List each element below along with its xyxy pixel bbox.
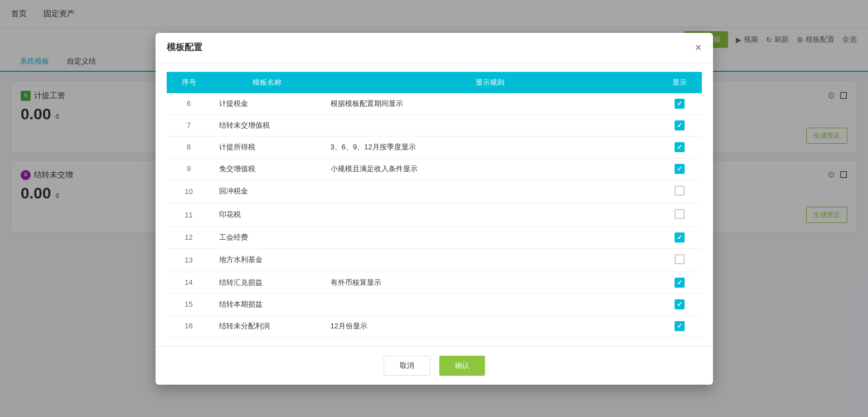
cell-rule — [323, 114, 657, 136]
cell-rule: 3、6、9、12月按季度显示 — [323, 136, 657, 158]
checkbox-item-8[interactable] — [675, 142, 685, 152]
table-row: 13地方水利基金 — [167, 248, 702, 271]
cell-checkbox[interactable] — [657, 315, 702, 337]
cell-checkbox[interactable] — [657, 114, 702, 136]
col-header-no: 序号 — [167, 72, 211, 93]
checkbox-item-7[interactable] — [675, 120, 685, 130]
checkbox-item-13[interactable] — [675, 254, 685, 264]
cell-rule: 有外币核算显示 — [323, 271, 657, 293]
cell-checkbox[interactable] — [657, 203, 702, 226]
cell-no: 11 — [167, 203, 211, 226]
config-table: 序号 模板名称 显示规则 显示 6计提税金根据模板配置期间显示7结转未交增值税8… — [167, 72, 702, 337]
col-header-name: 模板名称 — [211, 72, 323, 93]
cell-rule: 根据模板配置期间显示 — [323, 93, 657, 115]
cell-no: 15 — [167, 293, 211, 315]
cell-no: 13 — [167, 248, 211, 271]
cell-rule — [323, 180, 657, 203]
table-row: 15结转本期损益 — [167, 293, 702, 315]
cell-name: 结转未分配利润 — [211, 315, 323, 337]
cell-rule — [323, 226, 657, 248]
cell-checkbox[interactable] — [657, 158, 702, 180]
cell-name: 回冲税金 — [211, 180, 323, 203]
cell-no: 6 — [167, 93, 211, 115]
cell-name: 结转汇兑损益 — [211, 271, 323, 293]
modal-close-button[interactable]: × — [695, 42, 702, 53]
cell-no: 12 — [167, 226, 211, 248]
cell-name: 结转本期损益 — [211, 293, 323, 315]
checkbox-item-15[interactable] — [675, 299, 685, 309]
cell-checkbox[interactable] — [657, 136, 702, 158]
modal-footer: 取消 确认 — [156, 346, 713, 385]
checkbox-item-6[interactable] — [675, 99, 685, 109]
modal-template-config: 模板配置 × 序号 模板名称 显示规则 显示 6计提税金根据模板配置期间显示7结… — [156, 33, 713, 385]
cell-no: 7 — [167, 114, 211, 136]
cell-name: 计提所得税 — [211, 136, 323, 158]
modal-body: 序号 模板名称 显示规则 显示 6计提税金根据模板配置期间显示7结转未交增值税8… — [156, 63, 713, 346]
cell-rule — [323, 293, 657, 315]
cell-rule: 小规模且满足收入条件显示 — [323, 158, 657, 180]
checkbox-item-12[interactable] — [675, 232, 685, 243]
cell-checkbox[interactable] — [657, 248, 702, 271]
table-row: 10回冲税金 — [167, 180, 702, 203]
cell-no: 8 — [167, 136, 211, 158]
cell-checkbox[interactable] — [657, 271, 702, 293]
cell-name: 工会经费 — [211, 226, 323, 248]
cell-no: 16 — [167, 315, 211, 337]
cell-checkbox[interactable] — [657, 293, 702, 315]
cell-name: 计提税金 — [211, 93, 323, 115]
checkbox-item-11[interactable] — [675, 209, 685, 219]
cell-rule — [323, 248, 657, 271]
cell-checkbox[interactable] — [657, 93, 702, 115]
cell-checkbox[interactable] — [657, 180, 702, 203]
cell-no: 9 — [167, 158, 211, 180]
modal-title: 模板配置 — [167, 42, 202, 54]
confirm-button[interactable]: 确认 — [439, 356, 485, 376]
cancel-button[interactable]: 取消 — [384, 356, 430, 376]
table-body: 6计提税金根据模板配置期间显示7结转未交增值税8计提所得税3、6、9、12月按季… — [167, 93, 702, 337]
table-header: 序号 模板名称 显示规则 显示 — [167, 72, 702, 93]
cell-checkbox[interactable] — [657, 226, 702, 248]
table-row: 14结转汇兑损益有外币核算显示 — [167, 271, 702, 293]
table-row: 16结转未分配利润12月份显示 — [167, 315, 702, 337]
modal-header: 模板配置 × — [156, 33, 713, 63]
cell-name: 免交增值税 — [211, 158, 323, 180]
col-header-show: 显示 — [657, 72, 702, 93]
col-header-rule: 显示规则 — [323, 72, 657, 93]
checkbox-item-10[interactable] — [675, 186, 685, 196]
modal-overlay: 模板配置 × 序号 模板名称 显示规则 显示 6计提税金根据模板配置期间显示7结… — [0, 0, 868, 417]
cell-no: 14 — [167, 271, 211, 293]
table-row: 8计提所得税3、6、9、12月按季度显示 — [167, 136, 702, 158]
table-row: 12工会经费 — [167, 226, 702, 248]
checkbox-item-9[interactable] — [675, 164, 685, 174]
cell-rule — [323, 203, 657, 226]
table-row: 9免交增值税小规模且满足收入条件显示 — [167, 158, 702, 180]
cell-name: 印花税 — [211, 203, 323, 226]
checkbox-item-14[interactable] — [675, 278, 685, 288]
cell-name: 结转未交增值税 — [211, 114, 323, 136]
cell-name: 地方水利基金 — [211, 248, 323, 271]
table-row: 11印花税 — [167, 203, 702, 226]
cell-no: 10 — [167, 180, 211, 203]
checkbox-item-16[interactable] — [675, 321, 685, 331]
table-row: 7结转未交增值税 — [167, 114, 702, 136]
table-row: 6计提税金根据模板配置期间显示 — [167, 93, 702, 115]
cell-rule: 12月份显示 — [323, 315, 657, 337]
